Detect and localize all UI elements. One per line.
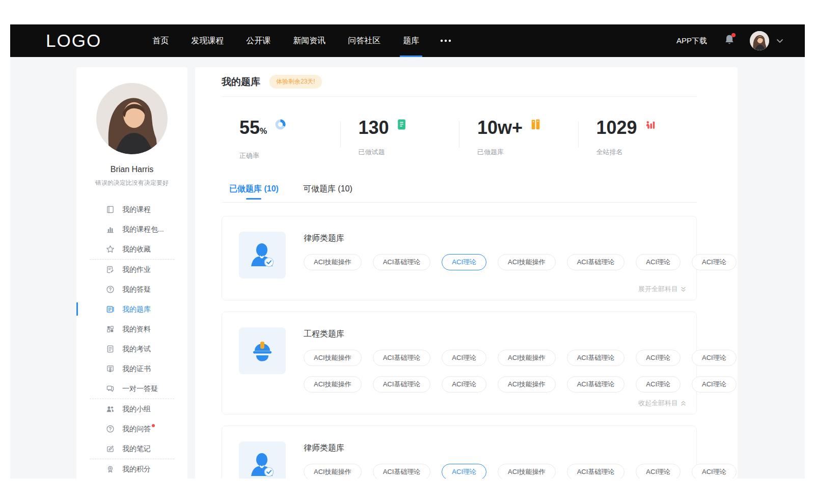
- trial-badge: 体验剩余23天!: [269, 75, 322, 89]
- subject-tag[interactable]: ACI技能操作: [304, 254, 362, 270]
- notification-bell-icon[interactable]: [724, 34, 735, 47]
- stats-row: 55%正确率130已做试题10w+已做题库1029全站排名: [222, 97, 697, 159]
- sidebar-item[interactable]: 一对一答疑: [76, 379, 187, 399]
- card-content: 工程类题库ACI技能操作ACI基础理论ACI理论ACI技能操作ACI基础理论AC…: [304, 327, 686, 393]
- sidebar-item-label: 我的作业: [122, 265, 151, 274]
- sidebar: Brian Harris 错误的决定比没有决定要好 我的课程我的课程包...我的…: [76, 67, 187, 479]
- stat-suffix: %: [260, 127, 267, 135]
- sidebar-item[interactable]: 我的答疑: [76, 279, 187, 299]
- subject-tag[interactable]: ACI技能操作: [304, 376, 362, 393]
- stat-value: 55%: [239, 117, 267, 142]
- stat-top: 1029: [596, 117, 697, 138]
- user-avatar[interactable]: [750, 31, 769, 50]
- sidebar-item[interactable]: 我的作业: [76, 260, 187, 279]
- subject-tag[interactable]: ACI基础理论: [567, 376, 625, 393]
- sidebar-item-label: 我的问答: [122, 425, 151, 434]
- notes-icon: [106, 444, 115, 453]
- engineer-icon[interactable]: [239, 327, 286, 374]
- one-on-one-icon: [106, 384, 115, 393]
- stat-block: 130已做试题: [341, 117, 459, 159]
- tab[interactable]: 已做题库 (10): [229, 184, 279, 202]
- unread-dot: [152, 424, 155, 427]
- subject-tag[interactable]: ACI理论: [442, 376, 486, 393]
- sidebar-item[interactable]: 我的笔记: [76, 439, 187, 459]
- stat-value: 130: [359, 117, 389, 138]
- subject-tag[interactable]: ACI理论: [442, 464, 486, 479]
- subject-tag[interactable]: ACI基础理论: [373, 254, 431, 270]
- nav-more-icon[interactable]: [440, 39, 452, 42]
- tag-row: ACI技能操作ACI基础理论ACI理论ACI技能操作ACI基础理论ACI理论AC…: [304, 464, 686, 479]
- sidebar-item-label: 我的课程: [122, 205, 151, 214]
- chevron-double-up-icon: [681, 400, 686, 406]
- subject-tag[interactable]: ACI理论: [692, 254, 737, 270]
- sidebar-item-label: 我的答疑: [122, 285, 151, 294]
- subject-tag[interactable]: ACI技能操作: [498, 376, 556, 393]
- sidebar-item-label: 我的题库: [122, 305, 151, 314]
- subject-tag[interactable]: ACI技能操作: [304, 464, 362, 479]
- app-download-link[interactable]: APP下载: [676, 36, 707, 46]
- card-title[interactable]: 律师类题库: [304, 442, 686, 454]
- subject-tag[interactable]: ACI基础理论: [373, 464, 431, 479]
- sidebar-item[interactable]: 我的课程包...: [76, 219, 187, 239]
- profile-avatar: [96, 83, 168, 154]
- sidebar-item-label: 一对一答疑: [122, 384, 158, 394]
- subject-tag[interactable]: ACI基础理论: [373, 350, 431, 366]
- nav-item[interactable]: 发现课程: [191, 24, 224, 57]
- stat-value: 1029: [596, 117, 637, 138]
- course-icon: [106, 205, 115, 214]
- exam-icon: [106, 345, 115, 353]
- star-icon: [106, 245, 115, 254]
- subject-tag[interactable]: ACI理论: [442, 254, 486, 270]
- lawyer-icon[interactable]: [239, 441, 286, 479]
- sidebar-item[interactable]: 我的证书: [76, 359, 187, 379]
- card-body: 律师类题库ACI技能操作ACI基础理论ACI理论ACI技能操作ACI基础理论AC…: [239, 441, 686, 479]
- points-icon: [106, 465, 115, 473]
- subject-tag[interactable]: ACI理论: [692, 350, 737, 366]
- subject-tag[interactable]: ACI技能操作: [498, 464, 556, 479]
- sidebar-item-label: 我的收藏: [122, 245, 151, 254]
- subject-tag[interactable]: ACI理论: [636, 464, 681, 479]
- question-icon: [106, 425, 115, 433]
- sidebar-item[interactable]: 我的考试: [76, 339, 187, 359]
- question-bank-card: 律师类题库ACI技能操作ACI基础理论ACI理论ACI技能操作ACI基础理论AC…: [222, 216, 697, 300]
- subject-tag[interactable]: ACI理论: [442, 350, 486, 366]
- subject-tag[interactable]: ACI理论: [636, 254, 681, 270]
- nav-item[interactable]: 题库: [403, 24, 419, 57]
- subject-tag[interactable]: ACI理论: [692, 376, 737, 393]
- subject-tag[interactable]: ACI基础理论: [567, 464, 625, 479]
- card-title[interactable]: 律师类题库: [304, 233, 686, 244]
- sidebar-item[interactable]: 我的积分: [76, 459, 187, 479]
- paper-icon: [397, 119, 406, 130]
- sidebar-item[interactable]: 我的资料: [76, 319, 187, 339]
- card-content: 律师类题库ACI技能操作ACI基础理论ACI理论ACI技能操作ACI基础理论AC…: [304, 232, 686, 278]
- toggle-subjects-link[interactable]: 收起全部科目: [239, 393, 686, 409]
- chevron-down-icon[interactable]: [776, 39, 783, 43]
- sidebar-item[interactable]: 我的题库: [76, 299, 187, 319]
- card-content: 律师类题库ACI技能操作ACI基础理论ACI理论ACI技能操作ACI基础理论AC…: [304, 441, 686, 479]
- nav-items: 首页发现课程公开课新闻资讯问答社区题库: [141, 24, 430, 57]
- subject-tag[interactable]: ACI理论: [692, 464, 737, 479]
- tab[interactable]: 可做题库 (10): [303, 184, 352, 202]
- subject-tag[interactable]: ACI理论: [636, 350, 681, 366]
- nav-item[interactable]: 问答社区: [348, 24, 381, 57]
- subject-tag[interactable]: ACI技能操作: [304, 350, 362, 366]
- subject-tag[interactable]: ACI技能操作: [498, 350, 556, 366]
- stat-label: 已做题库: [477, 148, 578, 156]
- subject-tag[interactable]: ACI基础理论: [567, 254, 625, 270]
- toggle-subjects-link[interactable]: 展开全部科目: [239, 278, 686, 295]
- sidebar-item[interactable]: 我的问答: [76, 419, 187, 439]
- logo[interactable]: LOGO: [46, 31, 101, 51]
- subject-tag[interactable]: ACI理论: [636, 376, 681, 393]
- lawyer-icon[interactable]: [239, 232, 286, 278]
- sidebar-item[interactable]: 我的收藏: [76, 239, 187, 259]
- tag-row: ACI技能操作ACI基础理论ACI理论ACI技能操作ACI基础理论ACI理论AC…: [304, 376, 686, 393]
- subject-tag[interactable]: ACI基础理论: [567, 350, 625, 366]
- card-title[interactable]: 工程类题库: [304, 328, 686, 340]
- nav-item[interactable]: 新闻资讯: [293, 24, 325, 57]
- subject-tag[interactable]: ACI基础理论: [373, 376, 431, 393]
- sidebar-item[interactable]: 我的小组: [76, 399, 187, 419]
- sidebar-item[interactable]: 我的课程: [76, 200, 187, 219]
- subject-tag[interactable]: ACI技能操作: [498, 254, 556, 270]
- nav-item[interactable]: 首页: [152, 24, 169, 57]
- nav-item[interactable]: 公开课: [246, 24, 270, 57]
